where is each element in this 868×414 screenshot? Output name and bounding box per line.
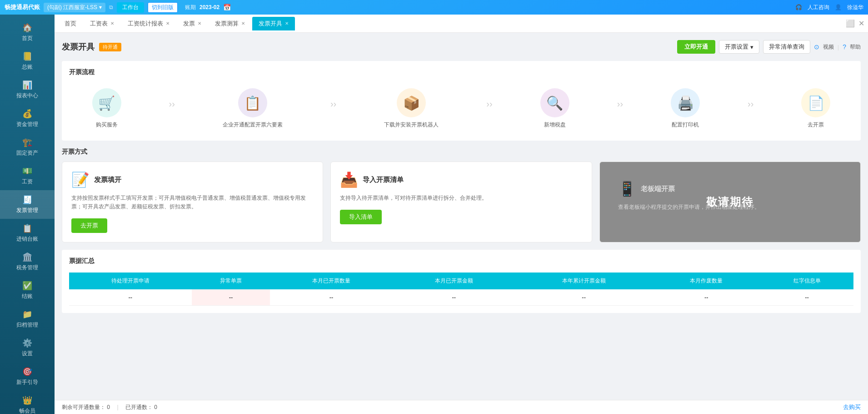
page-title-area: 发票开具 待开通 (62, 41, 121, 52)
sidebar-item-archive[interactable]: 📁归档管理 (0, 305, 55, 333)
flow-step-config-open[interactable]: 📋 企业开通配置开票六要素 (223, 88, 283, 129)
tab-close-icon[interactable]: ✕ (285, 21, 289, 26)
table-row: -------------- (69, 289, 853, 306)
tab-invoice_tool[interactable]: 发票开具✕ (252, 17, 295, 30)
period-label: 账期 (185, 4, 196, 11)
layout: 🏠首页📒总账📊报表中心💰资金管理🏗️固定资产💵工资🧾发票管理📋进销台账🏛️税务管… (0, 15, 868, 414)
activate-button[interactable]: 立即开通 (677, 40, 715, 54)
sidebar-item-home[interactable]: 🏠首页 (0, 18, 55, 47)
workspace-button[interactable]: 工作台 (117, 2, 144, 13)
tab-label: 工资统计报表 (128, 20, 163, 28)
summary-col-header: 异常单票 (192, 273, 270, 289)
footer-left: 剩余可开通数量： 0 | 已开通数： 0 (62, 404, 157, 411)
opened-value: 0 (154, 404, 157, 410)
funds-icon: 💰 (22, 109, 32, 119)
flow-step-label: 下载并安装开票机器人 (384, 121, 439, 129)
issue-invoice-icon: 📄 (801, 88, 830, 117)
sidebar-item-settings[interactable]: ⚙️设置 (0, 333, 55, 362)
tab-salary_table[interactable]: 工资表✕ (84, 17, 120, 30)
footer: 剩余可开通数量： 0 | 已开通数： 0 去购买 (55, 400, 868, 414)
billing-card-title: 发票填开 (94, 176, 121, 184)
summary-cell: -- (192, 289, 270, 306)
view-label[interactable]: 视频 (823, 43, 834, 51)
sidebar-item-ledger[interactable]: 📒总账 (0, 47, 55, 76)
tab-invoice_calc[interactable]: 发票测算✕ (209, 17, 251, 30)
flow-step-issue-invoice[interactable]: 📄 去开票 (801, 88, 830, 129)
support-label[interactable]: 人工咨询 (808, 4, 829, 11)
flow-step-label: 购买服务 (96, 121, 118, 129)
tab-close-icon[interactable]: ✕ (166, 21, 170, 26)
sidebar-item-invoice[interactable]: 🧾发票管理 (0, 190, 55, 219)
tab-bar-right: ⬜ ✕ (846, 19, 864, 28)
copy-icon[interactable]: ⧉ (109, 4, 113, 10)
summary-cell: -- (69, 289, 192, 306)
summary-col-header: 本月作废数量 (653, 273, 760, 289)
billing-card-btn-import[interactable]: 导入清单 (340, 210, 382, 224)
summary-col-header: 红字信息单 (760, 273, 853, 289)
status-badge: 待开通 (99, 43, 121, 51)
user-name[interactable]: 徐溢华 (847, 4, 863, 11)
flow-step-buy-service[interactable]: 🛒 购买服务 (92, 88, 121, 129)
sidebar-item-label: 总账 (22, 63, 33, 71)
top-bar-left: 畅捷通易代账 (勾副) 江西服室-LSS ▾ ⧉ 工作台 切到旧版 账期 202… (5, 2, 231, 13)
manual-icon: 📝 (71, 171, 90, 188)
tab-label: 发票测算 (215, 20, 239, 28)
tab-label: 发票开具 (259, 20, 282, 28)
tab-invoice_mgmt[interactable]: 发票✕ (177, 17, 208, 30)
sidebar-item-guide[interactable]: 🎯新手引导 (0, 362, 55, 391)
help-icon: ? (843, 43, 846, 50)
sidebar-item-label: 进销台账 (16, 235, 38, 243)
billing-card-import: 📥 导入开票清单 支持导入待开票清单，可对待开票清单进行拆分、合并处理。 导入清… (330, 162, 592, 242)
config-open-icon: 📋 (238, 88, 267, 117)
import-icon: 📥 (340, 171, 358, 188)
sidebar-item-tax[interactable]: 🏛️税务管理 (0, 247, 55, 276)
sidebar-item-assets[interactable]: 🏗️固定资产 (0, 133, 55, 162)
tab-home[interactable]: 首页 (58, 17, 83, 30)
config-printer-icon: 🖨️ (671, 88, 700, 117)
calendar-icon[interactable]: 📅 (223, 4, 231, 11)
tab-close-icon[interactable]: ✕ (110, 21, 114, 26)
flow-step-add-taxdisk[interactable]: 🔍 新增税盘 (540, 88, 569, 129)
remaining-value: 0 (107, 404, 110, 410)
help-label[interactable]: 帮助 (850, 43, 861, 51)
abnormal-query-button[interactable]: 异常清单查询 (763, 40, 810, 54)
billing-card-desc: 支持按照发票样式手工填写开发票；可开具增值税电子普通发票、增值税普通发票、增值税… (71, 194, 314, 211)
billing-methods: 📝 发票填开 支持按照发票样式手工填写开发票；可开具增值税电子普通发票、增值税普… (62, 162, 861, 242)
footer-right: 去购买 (843, 403, 861, 411)
app-logo: 畅捷通易代账 (5, 3, 40, 11)
sidebar-item-reports[interactable]: 📊报表中心 (0, 76, 55, 104)
buy-button[interactable]: 去购买 (843, 403, 861, 411)
home-icon: 🏠 (22, 23, 32, 33)
flow-step-label: 去开票 (808, 121, 824, 129)
sidebar-item-salary[interactable]: 💵工资 (0, 162, 55, 190)
sidebar-item-purchase[interactable]: 📋进销台账 (0, 219, 55, 247)
sidebar-item-settlement[interactable]: ✅结账 (0, 276, 55, 305)
top-bar-right: 🎧 人工咨询 👤 徐溢华 (795, 4, 863, 11)
settlement-icon: ✅ (22, 281, 32, 291)
close-window-icon[interactable]: ✕ (858, 19, 864, 28)
overlay-text: 敬请期待 (600, 162, 860, 242)
company-name: (勾副) 江西服室-LSS (47, 4, 97, 11)
tab-close-icon[interactable]: ✕ (241, 21, 245, 26)
old-version-button[interactable]: 切到旧版 (148, 2, 178, 13)
reports-icon: 📊 (22, 80, 32, 90)
flow-step-config-printer[interactable]: 🖨️ 配置打印机 (671, 88, 700, 129)
tab-label: 发票 (183, 20, 195, 28)
flow-step-label: 新增税盘 (544, 121, 566, 129)
add-taxdisk-icon: 🔍 (540, 88, 569, 117)
page-header: 发票开具 待开通 立即开通 开票设置 ▾ 异常清单查询 ⊙ 视频 | ? 帮助 (62, 40, 861, 54)
restore-window-icon[interactable]: ⬜ (846, 19, 855, 28)
chevron-down-icon: ▾ (750, 44, 753, 50)
summary-col-header: 待处理开票申请 (69, 273, 192, 289)
tab-close-icon[interactable]: ✕ (198, 21, 201, 26)
sidebar-item-funds[interactable]: 💰资金管理 (0, 104, 55, 133)
company-selector[interactable]: (勾副) 江西服室-LSS ▾ (44, 3, 105, 12)
billing-card-btn-manual[interactable]: 去开票 (71, 218, 107, 233)
sidebar-item-vip[interactable]: 👑畅会员 (0, 391, 55, 414)
settings-button[interactable]: 开票设置 ▾ (719, 40, 759, 54)
tab-salary_report[interactable]: 工资统计报表✕ (121, 17, 176, 30)
flow-step-download-robot[interactable]: 📦 下载并安装开票机器人 (384, 88, 439, 129)
flow-arrow-icon: ›› (748, 99, 753, 118)
summary-section: 票据汇总 待处理开票申请异常单票本月已开票数量本月已开票金额本年累计开票金额本月… (62, 250, 861, 313)
remaining-label: 剩余可开通数量： (62, 404, 105, 410)
